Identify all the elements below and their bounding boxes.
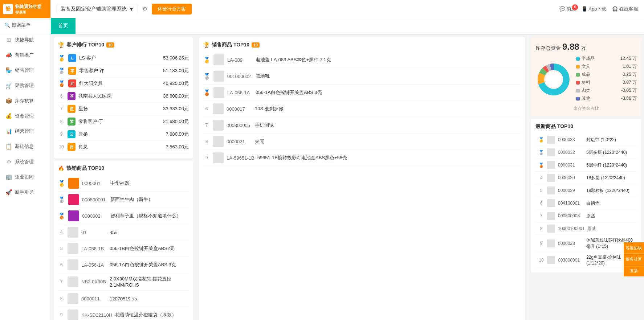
ps-name-7: 手机测试: [255, 122, 521, 128]
sidebar-search[interactable]: 🔍 搜索菜单: [0, 18, 50, 32]
new-thumb-1: [547, 136, 555, 144]
new-name-1: 封边带 (1.0*22): [586, 137, 634, 143]
legend-label-3: 材料: [582, 79, 621, 86]
ps-medal-3: 🥉: [203, 89, 211, 96]
ps-rank-8: 8: [203, 139, 210, 144]
left-panel: 🏆 客户排行 TOP10 10 🥇 L LS 客户 53,006.26元 🥈: [51, 34, 196, 320]
customer-name-10: 肖总: [78, 144, 163, 150]
new-rank-9: 9: [538, 241, 544, 246]
new-name-8: 原茎: [587, 226, 634, 232]
customer-row-2: 🥈 零 零售客户-许 51,183.00元: [58, 65, 189, 77]
hot-medal-1: 🥇: [58, 180, 65, 187]
message-btn[interactable]: 💬 消息 6: [559, 6, 576, 12]
new-thumb-7: [547, 212, 555, 220]
ps-thumb-1: [213, 54, 224, 65]
ps-code-8: 0000021: [227, 139, 252, 144]
newest-products-list: 🥇 0000033 封边带 (1.0*22) 🥈 0000032 5层多层 (1…: [535, 134, 637, 268]
new-name-3: 5层中纤 (1220*2440): [586, 162, 634, 168]
sidebar-label-enterprise: 企业协同: [15, 174, 34, 180]
online-service-btn[interactable]: 🎧 在线客服: [612, 6, 638, 12]
legend-dot-1: [576, 65, 580, 69]
legend-dot-0: [576, 57, 580, 61]
ps-name-1: 电池盖 LA-089 ABS本色+黑种 7.1克: [256, 57, 521, 63]
ps-name-3: 056-1A白色按键开关盖ABS 3壳: [256, 89, 521, 96]
customer-row-9: 9 云 云扬 7,680.00元: [58, 128, 189, 141]
hot-name-6: 056-1A白色按键开关盖ABS 3克: [110, 262, 189, 268]
product-sales-row-1: 🥇 LA-089 电池盖 LA-089 ABS本色+黑种 7.1克: [203, 52, 521, 68]
float-btn-live[interactable]: 直播: [624, 265, 644, 276]
sidebar-item-sales[interactable]: 🏪 销售管理: [0, 63, 50, 78]
new-code-6: 004100001: [558, 201, 583, 206]
customer-row-7: 7 星 星扬 33,333.00元: [58, 103, 189, 115]
inventory-total-value: 9.88: [562, 42, 579, 52]
hot-code-3: 0000002: [82, 213, 107, 219]
new-product-row-7: 7 000800008 原茎: [535, 210, 637, 222]
float-btn-service[interactable]: 客服热线: [624, 242, 644, 254]
new-medal-3: 🥉: [538, 163, 544, 168]
legend-row-3: 材料 0.07 万: [576, 79, 637, 86]
new-code-9: 0000028: [558, 241, 583, 246]
settings-icon[interactable]: ⚙: [142, 5, 147, 12]
new-product-row-2: 🥈 0000032 5层多层 (1220*2440): [535, 146, 637, 159]
new-product-row-8: 8 10000100001 原茎: [535, 222, 637, 235]
medal-silver-2: 🥈: [58, 67, 65, 74]
ps-name-9: 59651-1B旋转投影灯电池盒ABS黑色+58壳: [257, 155, 521, 161]
sidebar-item-system[interactable]: ⚙ 系统管理: [0, 154, 50, 169]
sidebar-item-enterprise[interactable]: 🏢 企业协同: [0, 169, 50, 185]
hot-product-row-8: 8 0000011 12070519-xs: [58, 291, 189, 307]
new-thumb-4: [547, 174, 555, 182]
ps-code-7: 000800005: [227, 123, 252, 128]
float-btn-community[interactable]: 服务社区: [624, 254, 644, 265]
new-product-row-9: 9 0000028 体碱蔗核味苏打饮品400毫升 (1*15): [535, 235, 637, 252]
new-rank-8: 8: [538, 226, 544, 231]
sidebar-item-purchase[interactable]: 🛒 采购管理: [0, 78, 50, 93]
inventory-total-unit: 万: [581, 45, 586, 51]
sidebar-item-basic-info[interactable]: 📋 基础信息: [0, 139, 50, 154]
basic-info-icon: 📋: [5, 143, 12, 150]
system-selector[interactable]: 装备及固定资产辅助管理系统 ▼: [57, 4, 138, 14]
new-product-row-4: 4 0000030 18多层 (1220*2440): [535, 172, 637, 184]
new-thumb-2: [547, 148, 555, 156]
tab-home[interactable]: 首页: [51, 18, 76, 34]
sidebar-item-finance[interactable]: 💰 资金管理: [0, 108, 50, 124]
legend-label-2: 成品: [582, 71, 621, 78]
customer-value-8: 21,680.00元: [163, 118, 189, 125]
ps-code-3: LA-056-1A: [227, 90, 253, 95]
ps-thumb-7: [213, 120, 224, 131]
hot-rank-6: 6: [58, 262, 65, 267]
sidebar-item-operations[interactable]: 📊 经营管理: [0, 124, 50, 139]
topbar: 装备及固定资产辅助管理系统 ▼ ⚙ 体验行业方案 💬 消息 6 📱 App下载 …: [51, 0, 644, 18]
ps-rank-9: 9: [203, 155, 210, 160]
customer-name-8: 零售客户-于: [78, 118, 160, 125]
legend-dot-4: [576, 89, 580, 93]
sidebar-item-inventory[interactable]: 📦 库存核算: [0, 93, 50, 108]
hot-product-row-9: 9 KK-SD22110H 花语萌恒温分磁罐袋（厚款）: [58, 307, 189, 320]
product-sales-row-3: 🥉 LA-056-1A 056-1A白色按键开关盖ABS 3壳: [203, 85, 521, 101]
new-rank-5: 5: [538, 188, 544, 193]
system-icon: ⚙: [5, 159, 12, 165]
ps-code-6: 0000017: [227, 106, 252, 112]
new-medal-1: 🥇: [538, 137, 544, 143]
sidebar-item-quick-nav[interactable]: ⊞ 快捷导航: [0, 32, 50, 48]
hot-name-4: 45#: [110, 230, 189, 235]
legend-dot-2: [576, 73, 580, 77]
new-medal-2: 🥈: [538, 150, 544, 155]
sidebar-item-marketing[interactable]: 📣 营销推广: [0, 48, 50, 63]
customer-row-10: 10 肖 肖总 7,563.00元: [58, 141, 189, 153]
legend-val-1: 1.01 万: [623, 63, 637, 70]
ps-thumb-8: [213, 136, 224, 147]
customer-row-1: 🥇 L LS 客户 53,006.26元: [58, 52, 189, 65]
hot-rank-4: 4: [58, 230, 65, 235]
quick-nav-icon: ⊞: [5, 37, 12, 43]
trial-button[interactable]: 体验行业方案: [152, 4, 192, 15]
new-product-row-1: 🥇 0000033 封边带 (1.0*22): [535, 134, 637, 146]
app-download-btn[interactable]: 📱 App下载: [582, 6, 606, 12]
avatar-2: 零: [68, 67, 76, 75]
message-icon: 💬: [559, 6, 565, 12]
new-thumb-8: [547, 225, 555, 233]
ps-rank-6: 6: [203, 106, 210, 111]
ps-code-9: LA-59651-1B: [227, 155, 254, 161]
sidebar-item-newbie[interactable]: 🚀 新手引导: [0, 185, 50, 200]
hot-thumb-3: [68, 210, 79, 221]
legend-row-1: 文具 1.01 万: [576, 63, 637, 70]
